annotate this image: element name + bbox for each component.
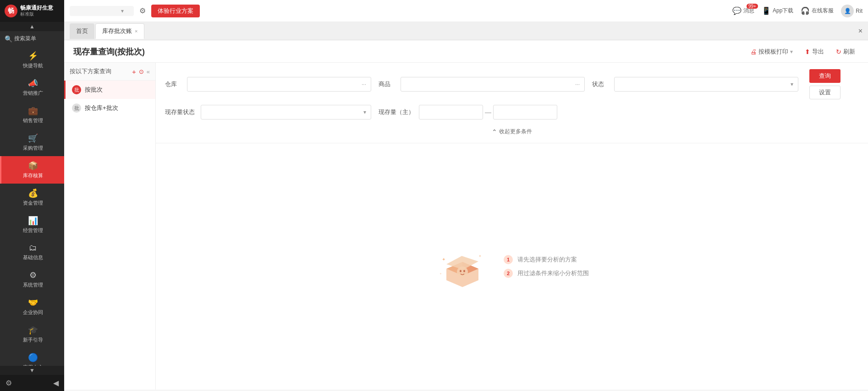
user-profile[interactable]: 👤 Rit [841,5,863,17]
tab-bar: 首页 库存批次账 × × [64,22,868,40]
basic-icon: 🗂 [29,243,37,253]
sidebar-item-basic[interactable]: 🗂 基础信息 [0,239,64,266]
sidebar-item-purchase[interactable]: 🛒 采购管理 [0,129,64,156]
scheme-label-by-batch: 按批次 [85,86,103,94]
tab-close-icon[interactable]: × [135,28,137,34]
enterprise-icon: 🤝 [28,298,38,308]
warehouse-more-icon: ··· [362,81,366,87]
sidebar: 畅 畅康通好生意 标准版 ▲ 🔍 搜索菜单 ⚡ 快捷导航 📣 营销推广 💼 销售… [0,0,64,391]
quick-nav-icon: ⚡ [28,51,38,61]
printer-icon: 🖨 [750,48,757,55]
settings-button[interactable]: 设置 [809,86,841,99]
step-2-text: 用过滤条件来缩小分析范围 [517,269,589,277]
page-header: 现存量查询(按批次) 🖨 按模板打印 ▾ ⬆ 导出 ↻ 刷新 [64,40,868,63]
topbar-chevron-icon: ▾ [121,8,124,14]
left-panel-actions: + ⊙ « [132,68,150,76]
app-title: 畅康通好生意 [20,5,53,11]
left-panel-collapse-icon[interactable]: « [147,68,150,75]
main-area: ▾ ⚙ 体验行业方案 💬 消息 99+ 📱 App下载 🎧 在线客服 👤 Rit [64,0,868,391]
add-scheme-icon[interactable]: + [132,68,136,76]
topbar-search-box[interactable]: ▾ [70,6,134,16]
tab-panel-close-icon[interactable]: × [858,27,863,35]
product-input[interactable]: ··· [401,77,585,92]
warehouse-input[interactable]: ··· [187,77,371,92]
sidebar-search[interactable]: 🔍 搜索菜单 [0,31,64,46]
sidebar-item-marketing[interactable]: 📣 营销推广 [0,74,64,101]
search-icon: 🔍 [5,35,12,43]
product-more-icon: ··· [575,81,580,87]
empty-step-2: 2 用过滤条件来缩小分析范围 [504,269,589,278]
system-icon: ⚙ [29,270,37,280]
online-service-action[interactable]: 🎧 在线客服 [801,6,834,15]
warehouse-field: 仓库 ··· [165,77,371,92]
page-content: 现存量查询(按批次) 🖨 按模板打印 ▾ ⬆ 导出 ↻ 刷新 [64,40,868,391]
sales-icon: 💼 [28,106,38,116]
sidebar-item-label: 资金管理 [23,200,43,206]
content-body: 按以下方案查询 + ⊙ « 批 按批次 批 [64,63,868,390]
tab-inventory-batch[interactable]: 库存批次账 × [95,23,144,39]
filter-row-2: 现存量状态 ▾ 现存量（主） — [165,105,859,119]
scheme-item-by-batch[interactable]: 批 按批次 [64,81,155,99]
avatar: 👤 [841,5,854,17]
sidebar-item-quick-nav[interactable]: ⚡ 快捷导航 [0,46,64,74]
svg-text:✦: ✦ [439,272,442,275]
sidebar-item-label: 采购管理 [23,145,43,152]
stock-quantity-field: 现存量（主） — [379,105,585,119]
topbar-gear-icon[interactable]: ⚙ [137,5,148,17]
print-dropdown-icon[interactable]: ▾ [790,49,793,55]
warehouse-label: 仓库 [165,80,183,88]
sidebar-item-inventory[interactable]: 📦 库存核算 [0,156,64,184]
sidebar-item-enterprise[interactable]: 🤝 企业协同 [0,293,64,320]
stock-status-select[interactable]: ▾ [201,105,371,119]
sidebar-item-label: 销售管理 [23,117,43,124]
sidebar-item-finance[interactable]: 💰 资金管理 [0,184,64,211]
stock-quantity-max-input[interactable] [493,105,557,119]
left-panel: 按以下方案查询 + ⊙ « 批 按批次 批 [64,63,156,390]
stock-status-chevron-icon: ▾ [363,109,366,115]
collapse-up-icon: ⌃ [492,128,497,136]
tab-home[interactable]: 首页 [70,23,94,39]
tab-home-label: 首页 [76,27,88,35]
collapse-more-conditions[interactable]: ⌃ 收起更多条件 [165,125,859,138]
collapse-label: 收起更多条件 [499,128,532,136]
app-download-label: App下载 [773,7,793,15]
messages-action[interactable]: 💬 消息 99+ [732,6,754,15]
online-service-label: 在线客服 [812,7,834,15]
phone-icon: 📱 [762,6,771,15]
sidebar-scroll-down[interactable]: ▼ [0,366,64,375]
print-label: 按模板打印 [758,48,788,56]
export-button[interactable]: ⬆ 导出 [801,46,828,58]
empty-state-content: ✦ ✦ ✦ 1 请先选择要分析的方案 2 [435,244,589,289]
appcenter-icon: 🔵 [28,353,38,363]
stock-status-field: 现存量状态 ▾ [165,105,371,119]
sidebar-item-label: 经营管理 [23,227,43,234]
sidebar-search-label: 搜索菜单 [14,35,36,43]
stock-quantity-min-input[interactable] [419,105,483,119]
scheme-item-by-warehouse-batch[interactable]: 批 按仓库+批次 [64,99,155,117]
sidebar-collapse-icon[interactable]: ◀ [53,379,59,387]
empty-step-1: 1 请先选择要分析的方案 [504,255,589,264]
marketing-icon: 📣 [28,78,38,88]
print-button[interactable]: 🖨 按模板打印 ▾ [747,46,797,58]
topbar-search-input[interactable] [73,8,119,14]
sidebar-item-operations[interactable]: 📊 经营管理 [0,211,64,239]
sidebar-scroll-up[interactable]: ▲ [0,22,64,31]
sidebar-item-sales[interactable]: 💼 销售管理 [0,101,64,129]
right-panel: 仓库 ··· 商品 ··· [156,63,868,390]
sidebar-item-guide[interactable]: 🎓 新手引导 [0,320,64,348]
status-select[interactable]: ▾ [614,77,798,92]
messages-badge: 99+ [747,4,758,9]
refresh-button[interactable]: ↻ 刷新 [832,46,859,58]
sidebar-logo: 畅 畅康通好生意 标准版 [0,0,64,22]
sidebar-settings-icon[interactable]: ⚙ [5,379,12,387]
export-icon: ⬆ [805,48,810,55]
query-button[interactable]: 查询 [809,69,841,83]
sidebar-bottom: ⚙ ◀ [0,375,64,391]
sidebar-item-appcenter[interactable]: 🔵 应用中心 [0,348,64,366]
scheme-settings-icon[interactable]: ⊙ [139,68,144,75]
stock-quantity-label: 现存量（主） [379,108,415,116]
trial-button[interactable]: 体验行业方案 [151,5,200,17]
app-download-action[interactable]: 📱 App下载 [762,6,793,15]
page-title: 现存量查询(按批次) [73,46,145,57]
sidebar-item-system[interactable]: ⚙ 系统管理 [0,266,64,293]
